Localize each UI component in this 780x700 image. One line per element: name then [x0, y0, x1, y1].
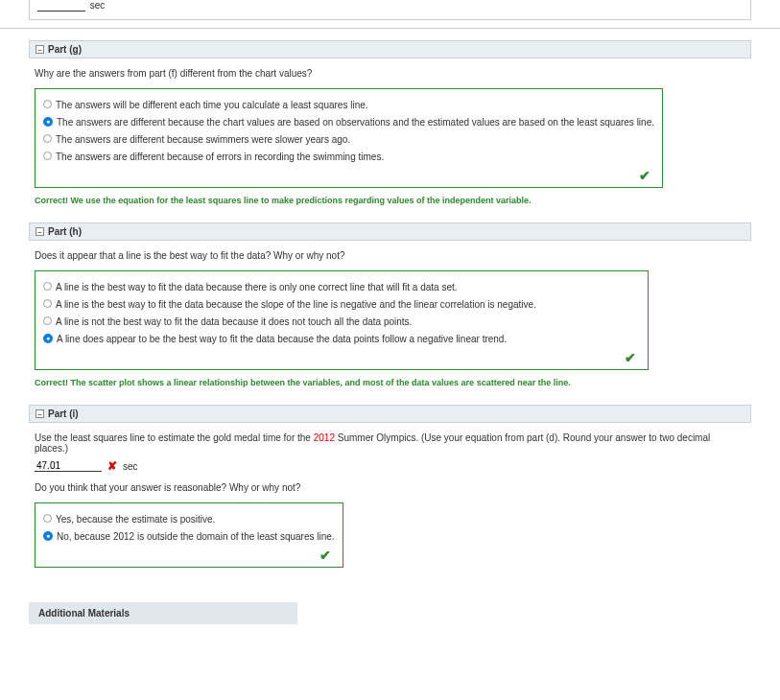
part-h-option-0[interactable]: A line is the best way to fit the data b… [43, 281, 640, 294]
part-i-header[interactable]: – Part (i) [29, 405, 751, 423]
radio-icon[interactable] [43, 316, 52, 325]
page-container: sec – Part (g) Why are the answers from … [0, 0, 780, 643]
option-label: The answers are different because the ch… [57, 116, 654, 129]
sec-label: sec [90, 0, 106, 11]
part-g-option-0[interactable]: The answers will be different each time … [43, 99, 654, 112]
option-label: A line is the best way to fit the data b… [56, 281, 458, 294]
part-g-options: The answers will be different each time … [35, 88, 663, 188]
option-label: The answers are different because of err… [56, 151, 384, 164]
check-icon: ✔ [43, 548, 335, 563]
q1-before: Use the least squares line to estimate t… [35, 432, 314, 443]
additional-title: Additional Materials [38, 608, 130, 618]
collapse-icon[interactable]: – [35, 227, 44, 236]
option-label: A line is the best way to fit the data b… [56, 298, 536, 312]
part-h-header[interactable]: – Part (h) [29, 222, 751, 241]
option-label: The answers will be different each time … [56, 99, 368, 112]
part-g-option-3[interactable]: The answers are different because of err… [43, 151, 654, 164]
part-i-option-1[interactable]: ● No, because 2012 is outside the domain… [43, 530, 335, 544]
check-icon: ✔ [43, 168, 654, 183]
part-i-question-1: Use the least squares line to estimate t… [35, 432, 745, 454]
part-h-feedback: Correct! The scatter plot shows a linear… [35, 378, 745, 387]
collapse-icon[interactable]: – [35, 45, 44, 54]
part-h-option-3[interactable]: ● A line does appear to be the best way … [43, 333, 640, 346]
option-label: The answers are different because swimme… [56, 133, 350, 147]
check-icon: ✔ [43, 350, 640, 365]
divider [0, 28, 780, 29]
part-h-option-1[interactable]: A line is the best way to fit the data b… [43, 298, 640, 312]
additional-materials-header[interactable]: Additional Materials [29, 602, 297, 624]
part-i-option-0[interactable]: Yes, because the estimate is positive. [43, 513, 335, 526]
year-highlight: 2012 [314, 432, 335, 443]
option-label: No, because 2012 is outside the domain o… [57, 530, 335, 544]
part-h-body: Does it appear that a line is the best w… [29, 241, 751, 393]
part-i-question-2: Do you think that your answer is reasona… [35, 482, 745, 493]
radio-icon[interactable] [43, 100, 52, 108]
part-g-option-1[interactable]: ● The answers are different because the … [43, 116, 654, 129]
option-label: Yes, because the estimate is positive. [56, 513, 215, 526]
radio-selected-icon[interactable]: ● [43, 117, 53, 127]
part-h-section: – Part (h) Does it appear that a line is… [29, 222, 751, 393]
part-g-header[interactable]: – Part (g) [29, 40, 751, 58]
part-i-options: Yes, because the estimate is positive. ●… [35, 502, 343, 568]
radio-icon[interactable] [43, 134, 52, 143]
radio-selected-icon[interactable]: ● [43, 334, 53, 343]
option-label: A line does appear to be the best way to… [57, 333, 507, 346]
sec-label: sec [123, 461, 138, 472]
part-i-section: – Part (i) Use the least squares line to… [29, 405, 751, 573]
part-h-question: Does it appear that a line is the best w… [35, 250, 745, 261]
collapse-icon[interactable]: – [35, 409, 44, 418]
previous-part-fragment: sec [29, 0, 751, 20]
option-label: A line is not the best way to fit the da… [56, 315, 412, 329]
part-g-question: Why are the answers from part (f) differ… [35, 68, 745, 79]
part-g-feedback: Correct! We use the equation for the lea… [35, 196, 745, 205]
part-h-option-2[interactable]: A line is not the best way to fit the da… [43, 315, 640, 329]
part-g-title: Part (g) [48, 44, 82, 55]
part-g-option-2[interactable]: The answers are different because swimme… [43, 133, 654, 147]
prev-answer-input[interactable] [37, 0, 85, 12]
part-g-body: Why are the answers from part (f) differ… [29, 58, 751, 211]
part-i-title: Part (i) [48, 408, 79, 419]
part-g-section: – Part (g) Why are the answers from part… [29, 40, 751, 211]
radio-icon[interactable] [43, 514, 52, 523]
part-h-options: A line is the best way to fit the data b… [35, 270, 649, 370]
cross-icon: ✘ [107, 459, 117, 473]
radio-icon[interactable] [43, 299, 52, 308]
radio-icon[interactable] [43, 152, 52, 160]
part-h-title: Part (h) [48, 226, 82, 237]
radio-icon[interactable] [43, 282, 52, 291]
estimate-input[interactable] [35, 460, 102, 472]
radio-selected-icon[interactable]: ● [43, 531, 53, 541]
answer-line: ✘ sec [35, 459, 745, 473]
part-i-body: Use the least squares line to estimate t… [29, 423, 751, 573]
